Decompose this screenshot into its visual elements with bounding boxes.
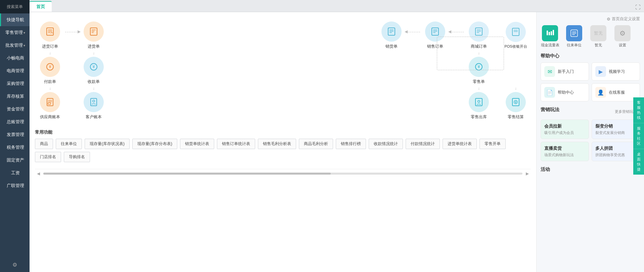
- func-btn-inventory-dist[interactable]: 现存量(库存分布表): [132, 139, 177, 149]
- chevron-down-icon: ▾: [24, 44, 25, 47]
- sidebar-item-quick-nav[interactable]: 快捷导航: [0, 13, 30, 26]
- svg-text:¥: ¥: [92, 64, 95, 69]
- scroll-track[interactable]: [43, 173, 522, 175]
- sidebar-item-label: 零售管理: [5, 30, 23, 36]
- float-btn-community[interactable]: 服务社区: [633, 123, 644, 149]
- func-btn-guide-ranking[interactable]: 导购排名: [64, 152, 90, 162]
- flow-diagram: 进货订单 ▶ 进货单: [35, 17, 531, 125]
- func-btn-partners[interactable]: 往来单位: [56, 139, 82, 149]
- flow-node-receipt[interactable]: ¥ 收款单: [79, 57, 109, 85]
- sidebar-item-tax[interactable]: 税务管理: [0, 141, 30, 154]
- flow-node-sales-order[interactable]: 销售订单: [420, 21, 450, 49]
- svg-rect-16: [475, 28, 482, 35]
- flow-node-supplier-account[interactable]: 供应商账本: [35, 92, 65, 120]
- customer-account-icon: [84, 92, 104, 112]
- sidebar-bottom: ⚙: [0, 258, 30, 272]
- func-btn-store-ranking[interactable]: 门店排名: [35, 152, 61, 162]
- sidebar-item-xiaochangec[interactable]: 小畅电商: [0, 52, 30, 64]
- help-item-docs[interactable]: 📄 帮助中心: [541, 83, 589, 101]
- func-btn-sales-order-stats[interactable]: 销售订单统计表: [217, 139, 255, 149]
- flow-node-purchase-order[interactable]: 进货订单: [35, 21, 65, 49]
- flow-node-mall-order[interactable]: 商城订单: [464, 21, 494, 49]
- sidebar-item-invoice[interactable]: 发票管理: [0, 128, 30, 141]
- marketing-item-live[interactable]: 直播卖货 场景式购物新玩法: [541, 142, 589, 161]
- new-user-icon: ✉: [544, 66, 555, 77]
- fullscreen-button[interactable]: ⛶: [632, 3, 644, 12]
- flow-node-retail-settlement[interactable]: ¥ 零售结算: [501, 92, 531, 120]
- purchase-order-label: 进货订单: [42, 44, 58, 49]
- scroll-left-arrow[interactable]: ◀: [35, 171, 42, 177]
- marketing-item-group[interactable]: 多人拼团 拼团购物享受优惠: [592, 142, 640, 161]
- func-btn-inventory-status[interactable]: 现存量(库存状况表): [85, 139, 130, 149]
- quick-nav-settings[interactable]: ⚙ 设置: [613, 25, 632, 48]
- scroll-right-arrow[interactable]: ▶: [524, 171, 531, 177]
- sidebar-item-payroll[interactable]: 工资: [0, 167, 30, 179]
- docs-icon: 📄: [544, 87, 555, 98]
- func-btn-payment-stats[interactable]: 付款情况统计: [406, 139, 440, 149]
- func-btn-retail-order[interactable]: 零售开单: [479, 139, 506, 149]
- homepage-settings-label: 首页自定义设置: [612, 16, 640, 22]
- sidebar-item-fund[interactable]: 资金管理: [0, 103, 30, 116]
- marketing-item-fission[interactable]: 裂变分销 裂变式发展分销商: [592, 120, 640, 139]
- sidebar-search[interactable]: 搜索菜单: [0, 0, 30, 13]
- sidebar-item-purchase[interactable]: 采购管理: [0, 77, 30, 90]
- flow-node-customer-account[interactable]: 客户账本: [79, 92, 109, 120]
- svg-point-36: [478, 100, 480, 102]
- flow-node-sales-bill[interactable]: 销货单: [376, 21, 407, 49]
- svg-point-34: [93, 100, 95, 102]
- sidebar-item-label: 快捷导航: [7, 17, 24, 23]
- sales-bill-label: 销货单: [385, 44, 398, 49]
- member-title: 会员拉新: [544, 123, 585, 129]
- sidebar-item-label: 税务管理: [7, 144, 24, 150]
- top-tabs: 首页 ⛶: [30, 0, 644, 12]
- right-panel: ⚙ 首页自定义设置 现金流量表 往来单位 暂无: [537, 12, 644, 272]
- sidebar-item-fixed-assets[interactable]: 固定资产: [0, 154, 30, 167]
- quick-nav-partners[interactable]: 往来单位: [565, 25, 584, 48]
- func-btn-sales-profit[interactable]: 销售毛利分析表: [258, 139, 296, 149]
- quick-nav-none[interactable]: 暂无 暂无: [589, 25, 608, 48]
- quick-nav-cash-flow[interactable]: 现金流量表: [541, 25, 559, 48]
- flow-node-retail-outbound[interactable]: 零售出库: [464, 92, 494, 120]
- func-btn-sales-ranking[interactable]: 销售排行榜: [336, 139, 366, 149]
- main-area: 首页 ⛶ 进货订单: [30, 0, 644, 272]
- func-btn-sales-stats[interactable]: 销货单统计表: [180, 139, 214, 149]
- func-btn-goods-profit[interactable]: 商品毛利分析: [299, 139, 333, 149]
- help-item-support[interactable]: 👤 在线客服: [592, 83, 640, 101]
- sidebar-item-ecommerce[interactable]: 电商管理: [0, 64, 30, 77]
- gear-icon[interactable]: ⚙: [12, 262, 17, 268]
- marketing-title: 营销玩法: [541, 107, 559, 113]
- new-user-label: 新手入门: [558, 69, 574, 75]
- tab-home[interactable]: 首页: [30, 1, 52, 12]
- sidebar-item-label: 固定资产: [7, 157, 24, 163]
- marketing-header: 营销玩法 更多营销玩法 >: [541, 107, 640, 116]
- svg-rect-42: [551, 31, 552, 35]
- sales-order-icon: [425, 21, 445, 42]
- function-grid: 商品 往来单位 现存量(库存状况表) 现存量(库存分布表) 销货单统计表 销售订…: [35, 139, 531, 162]
- sidebar-item-more[interactable]: 广联管理: [0, 179, 30, 192]
- sidebar-item-inventory[interactable]: 库存核算: [0, 90, 30, 103]
- flow-node-retail[interactable]: ¥ 零售单: [464, 57, 494, 85]
- flow-node-payment[interactable]: ¥ 付款单: [35, 57, 65, 85]
- flow-node-purchase-bill[interactable]: 进货单: [79, 21, 109, 49]
- sidebar-item-label: 资金管理: [7, 106, 24, 112]
- func-btn-purchase-stats[interactable]: 进货单统计表: [443, 139, 477, 149]
- homepage-settings-link[interactable]: ⚙ 首页自定义设置: [541, 16, 640, 22]
- func-btn-goods[interactable]: 商品: [35, 139, 53, 149]
- sidebar-item-wholesale[interactable]: 批发管理 ▾: [0, 39, 30, 52]
- flow-node-pos[interactable]: POS收银开台: [501, 22, 531, 49]
- sidebar-item-ledger[interactable]: 总账管理: [0, 116, 30, 128]
- scroll-thumb: [43, 173, 331, 175]
- marketing-item-member[interactable]: 会员拉新 吸引用户成为会员: [541, 120, 589, 139]
- float-btn-desktop[interactable]: 桌面快捷: [633, 149, 644, 175]
- sidebar-item-label: 采购管理: [7, 81, 24, 87]
- settings-icon: ⚙: [614, 25, 631, 41]
- help-item-video[interactable]: ▶ 视频学习: [592, 62, 640, 81]
- func-btn-receipt-stats[interactable]: 收款情况统计: [369, 139, 403, 149]
- supplier-account-label: 供应商账本: [40, 114, 60, 120]
- help-item-new-user[interactable]: ✉ 新手入门: [541, 62, 589, 81]
- gear-icon: ⚙: [607, 17, 610, 21]
- sidebar-item-retail[interactable]: 零售管理 ▾: [0, 26, 30, 39]
- member-desc: 吸引用户成为会员: [544, 130, 585, 135]
- float-btn-customer-service[interactable]: 客服热线: [633, 97, 644, 123]
- sidebar: 搜索菜单 快捷导航 零售管理 ▾ 批发管理 ▾ 小畅电商 电商管理 采购管理 库…: [0, 0, 30, 272]
